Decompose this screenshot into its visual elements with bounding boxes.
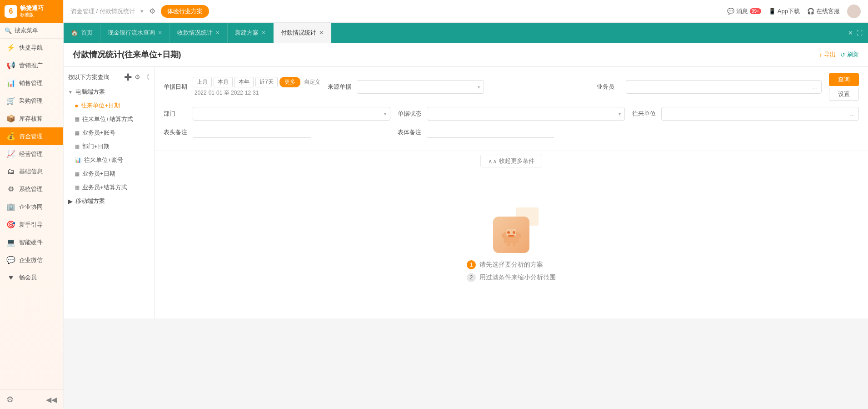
sidebar-item-enterprise[interactable]: 🏢 企业协同 [0, 198, 63, 216]
date-btn-more[interactable]: 更多 [279, 77, 300, 87]
settings-icon[interactable]: ⚙ [149, 7, 155, 15]
trial-button[interactable]: 体验行业方案 [161, 5, 209, 18]
tab-payment-stats-close[interactable]: ✕ [319, 30, 324, 36]
topbar-right: 💬 消息 99+ 📱 App下载 🎧 在线客服 [727, 5, 861, 18]
sidebar-item-purchase[interactable]: 🛒 采购管理 [0, 92, 63, 110]
dept-select[interactable]: ▾ [193, 107, 390, 121]
sidebar-item-sales[interactable]: 📊 销售管理 [0, 74, 63, 92]
desktop-scheme-group-header[interactable]: ▼ 电脑端方案 [64, 85, 154, 99]
scheme-item-unit-settlement[interactable]: ▦ 往来单位+结算方式 [64, 112, 154, 126]
date-btn-this-month[interactable]: 本月 [214, 77, 233, 87]
app-download-label: App下载 [778, 7, 800, 15]
date-block: 上月 本月 本年 近7天 更多 自定义 2022-01-01 至 2022-12… [193, 77, 320, 97]
sidebar-item-guide[interactable]: 🎯 新手引导 [0, 216, 63, 233]
close-all-tabs-icon[interactable]: ✕ [848, 30, 853, 36]
sidebar-item-system[interactable]: ⚙ 系统管理 [0, 180, 63, 198]
scheme-item-unit-account[interactable]: 📊 往来单位+账号 [64, 153, 154, 167]
topbar-breadcrumb: 资金管理 / 付款情况统计 [71, 7, 135, 15]
unit-label: 往来单位 [632, 110, 658, 118]
settings-scheme-icon[interactable]: ⚙ [135, 73, 140, 81]
sidebar-item-hardware[interactable]: 💻 智能硬件 [0, 233, 63, 251]
sidebar-item-label: 系统管理 [19, 185, 43, 193]
filter-field-header-note: 表头备注 [164, 127, 390, 138]
scheme-item-label: 往来单位+结算方式 [82, 115, 133, 123]
footer-collapse-icon[interactable]: ◀◀ [46, 395, 57, 404]
scheme-icon: ▦ [75, 171, 80, 177]
date-btn-last-month[interactable]: 上月 [193, 77, 212, 87]
salesman-select[interactable]: ... [626, 80, 822, 94]
svg-point-3 [513, 231, 515, 234]
settings-button[interactable]: 设置 [829, 88, 859, 101]
tab-payment-stats[interactable]: 付款情况统计 ✕ [274, 23, 331, 43]
scheme-item-salesman-account[interactable]: ▦ 业务员+账号 [64, 126, 154, 140]
source-select[interactable]: ▾ [357, 80, 484, 94]
tab-receipt-stats[interactable]: 收款情况统计 ✕ [170, 23, 228, 43]
tab-new-plan[interactable]: 新建方案 ✕ [228, 23, 274, 43]
sidebar-item-label: 基础信息 [19, 167, 43, 176]
online-service-item[interactable]: 🎧 在线客服 [807, 7, 840, 15]
header-note-input[interactable] [193, 127, 311, 138]
headset-icon: 🎧 [807, 8, 814, 15]
header-note-label: 表头备注 [164, 128, 189, 136]
tab-new-plan-close[interactable]: ✕ [261, 30, 266, 36]
scheme-panel: 按以下方案查询 ➕ ⚙ 《 ▼ 电脑端方案 ● 往来单位+日期 [64, 67, 155, 318]
date-btn-7days[interactable]: 近7天 [255, 77, 278, 87]
scheme-item-dept-date[interactable]: ▦ 部门+日期 [64, 140, 154, 153]
doc-status-select[interactable]: ▾ [427, 107, 624, 121]
user-avatar[interactable] [847, 5, 861, 18]
empty-tip-2-text: 用过滤条件来缩小分析范围 [479, 273, 556, 282]
notification-badge: 99+ [750, 8, 761, 14]
scheme-item-salesman-date[interactable]: ▦ 业务员+日期 [64, 167, 154, 181]
sidebar-item-wechat[interactable]: 💬 企业微信 [0, 251, 63, 269]
phone-icon: 📱 [768, 8, 776, 15]
scheme-item-salesman-settlement[interactable]: ▦ 业务员+结算方式 [64, 181, 154, 194]
scheme-icon: ▦ [75, 184, 80, 191]
sidebar-item-inventory[interactable]: 📦 库存核算 [0, 110, 63, 127]
scheme-panel-title: 按以下方案查询 [68, 73, 110, 81]
mobile-scheme-group-header[interactable]: ▶ 移动端方案 [64, 194, 154, 208]
topbar: 资金管理 / 付款情况统计 ▾ ⚙ 体验行业方案 💬 消息 99+ 📱 App下… [64, 0, 868, 23]
tip-num-1: 1 [467, 260, 476, 269]
body-note-input[interactable] [427, 127, 554, 138]
tab-cash-flow[interactable]: 现金银行流水查询 ✕ [100, 23, 170, 43]
add-scheme-icon[interactable]: ➕ [124, 73, 132, 81]
date-quick-btns: 上月 本月 本年 近7天 更多 自定义 [193, 77, 320, 87]
empty-tip-2: 2 用过滤条件来缩小分析范围 [467, 273, 556, 282]
footer-settings-icon[interactable]: ⚙ [6, 394, 14, 404]
sidebar-item-label: 经营管理 [19, 150, 43, 158]
search-menu[interactable]: 🔍 搜索菜单 [0, 23, 63, 39]
svg-rect-8 [513, 243, 515, 246]
export-button[interactable]: ↑ 导出 [819, 50, 836, 59]
salesman-label: 业务员 [597, 83, 622, 91]
filter-field-unit: 往来单位 ... [632, 107, 859, 121]
desktop-scheme-group: ▼ 电脑端方案 ● 往来单位+日期 ▦ 往来单位+结算方式 ▦ 业务员+账号 [64, 85, 154, 194]
sidebar-item-basic[interactable]: 🗂 基础信息 [0, 163, 63, 180]
refresh-button[interactable]: ↺ 刷新 [840, 50, 859, 59]
sidebar-item-member[interactable]: ♥ 畅会员 [0, 269, 63, 286]
tab-receipt-stats-close[interactable]: ✕ [215, 30, 220, 36]
empty-robot-icon [493, 217, 529, 253]
empty-tip-1: 1 请先选择要分析的方案 [467, 260, 556, 269]
sidebar-item-marketing[interactable]: 📢 营销推广 [0, 56, 63, 74]
doc-status-select-arrow: ▾ [619, 111, 621, 116]
sidebar-item-capital[interactable]: 💰 资金管理 [0, 127, 63, 145]
query-button[interactable]: 查询 [829, 73, 859, 86]
unit-select[interactable]: ... [661, 107, 859, 121]
collapse-more-button[interactable]: ∧∧ 收起更多条件 [480, 155, 542, 167]
notification-item[interactable]: 💬 消息 99+ [727, 7, 761, 15]
sidebar-item-operation[interactable]: 📈 经营管理 [0, 145, 63, 163]
sidebar-item-quick-nav[interactable]: ⚡ 快捷导航 [0, 39, 63, 56]
app-download-item[interactable]: 📱 App下载 [768, 7, 800, 15]
maximize-icon[interactable]: ⛶ [857, 30, 863, 36]
guide-icon: 🎯 [6, 220, 15, 229]
sidebar-item-label: 畅会员 [19, 273, 37, 282]
date-btn-this-year[interactable]: 本年 [234, 77, 254, 87]
search-menu-label: 搜索菜单 [15, 26, 38, 35]
tab-home[interactable]: 🏠 首页 [64, 23, 100, 43]
sidebar-item-label: 智能硬件 [19, 238, 43, 247]
tab-cash-flow-close[interactable]: ✕ [158, 30, 162, 36]
collapse-scheme-icon[interactable]: 《 [143, 73, 150, 81]
chevron-down-icon[interactable]: ▾ [140, 8, 144, 15]
scheme-item-unit-date[interactable]: ● 往来单位+日期 [64, 99, 154, 112]
filter-field-dept: 部门 ▾ [164, 107, 390, 121]
